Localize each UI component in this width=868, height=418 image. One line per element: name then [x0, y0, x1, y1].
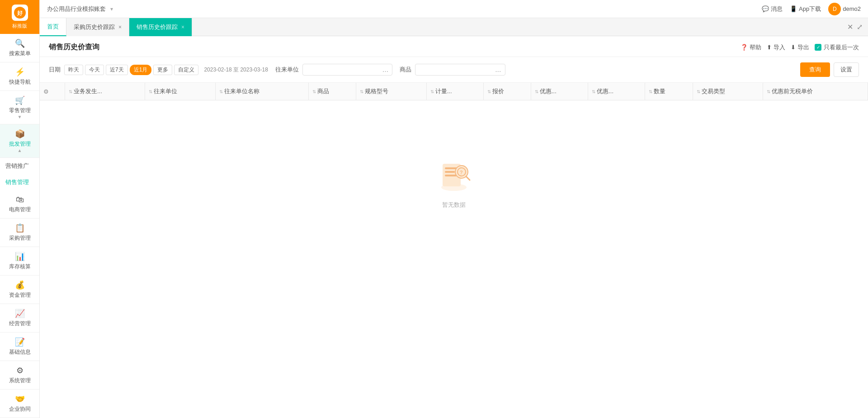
import-btn[interactable]: ⬆ 导入	[767, 43, 785, 52]
sort-icon: ⇅	[649, 89, 652, 94]
sidebar-item-enterprise[interactable]: 🤝 企业协同	[0, 390, 39, 418]
enterprise-icon: 🤝	[15, 394, 25, 404]
data-table: ⚙ ⇅ 业务发生... ⇅ 往来单位	[40, 83, 868, 100]
tabbar: 首页 采购历史价跟踪 × 销售历史价跟踪 × ✕ ⤢	[40, 18, 868, 36]
tab-sales-history[interactable]: 销售历史价跟踪 ×	[129, 18, 192, 36]
sidebar-item-operation[interactable]: 📈 经营管理	[0, 304, 39, 332]
sort-icon: ⇅	[360, 89, 363, 94]
sidebar-item-purchase[interactable]: 📋 采购管理	[0, 218, 39, 247]
sidebar-item-finance[interactable]: 💰 资金管理	[0, 276, 39, 304]
col-quantity-label: 数量	[654, 87, 665, 95]
sidebar-item-label: 资金管理	[9, 291, 31, 299]
sidebar-item-label: 系统管理	[9, 377, 31, 385]
col-partner-code: ⇅ 往来单位	[145, 83, 215, 100]
filter-bar: 日期 昨天 今天 近7天 近1月 更多 自定义 2023-02-18 至 202…	[40, 57, 868, 83]
sidebar-item-label: 销售管理	[5, 178, 29, 186]
col-discount1: ⇅ 优惠...	[531, 83, 588, 100]
empty-text: 暂无数据	[442, 201, 466, 209]
topbar-dropdown-icon[interactable]: ▾	[110, 6, 113, 12]
partner-filter-group: 往来单位 ...	[275, 64, 392, 76]
sort-icon: ⇅	[219, 89, 223, 94]
user-profile[interactable]: D demo2	[828, 3, 861, 15]
col-settings[interactable]: ⚙	[40, 83, 65, 100]
col-discount2-label: 优惠...	[597, 87, 613, 95]
date-last1m-btn[interactable]: 近1月	[130, 65, 152, 75]
sidebar-item-retail[interactable]: 🛒 零售管理 ▼	[0, 91, 39, 124]
tab-purchase-history-close-btn[interactable]: ×	[118, 24, 122, 30]
basic-info-icon: 📝	[15, 337, 25, 347]
col-product: ⇅ 商品	[308, 83, 356, 100]
inventory-icon: 📊	[15, 252, 25, 261]
maximize-window-btn[interactable]: ⤢	[857, 23, 863, 31]
tab-home[interactable]: 首页	[40, 18, 66, 36]
date-more-btn[interactable]: 更多	[153, 65, 172, 75]
app-download-btn[interactable]: 📱 App下载	[790, 5, 821, 13]
product-input[interactable]	[419, 66, 495, 73]
finance-icon: 💰	[15, 280, 25, 290]
import-label: 导入	[774, 43, 785, 52]
ecommerce-icon: 🛍	[16, 195, 24, 204]
svg-text:?: ?	[460, 170, 463, 175]
setting-button[interactable]: 设置	[834, 62, 859, 77]
col-trade-type-label: 交易类型	[702, 87, 725, 95]
col-biz-date-label: 业务发生...	[74, 87, 102, 95]
import-icon: ⬆	[767, 44, 772, 51]
partner-label: 往来单位	[275, 66, 299, 74]
sidebar-item-basic-info[interactable]: 📝 基础信息	[0, 332, 39, 361]
sidebar-item-quick-nav[interactable]: ⚡ 快捷导航	[0, 62, 39, 91]
tab-purchase-history[interactable]: 采购历史价跟踪 ×	[66, 18, 129, 36]
col-price: ⇅ 报价	[483, 83, 531, 100]
query-button[interactable]: 查询	[800, 62, 830, 77]
col-spec-label: 规格型号	[365, 87, 388, 95]
message-btn[interactable]: 💬 消息	[762, 5, 783, 13]
quick-nav-icon: ⚡	[15, 67, 25, 77]
purchase-icon: 📋	[15, 223, 25, 233]
sidebar-item-label: 企业协同	[9, 405, 31, 413]
col-discount2: ⇅ 优惠...	[588, 83, 645, 100]
sidebar-item-marketing[interactable]: 营销推广	[0, 158, 39, 174]
sidebar-item-label: 快捷导航	[9, 78, 31, 86]
sidebar-item-inventory[interactable]: 📊 库存核算	[0, 247, 39, 276]
col-pretax-price: ⇅ 优惠前无税单价	[763, 83, 868, 100]
help-btn[interactable]: ❓ 帮助	[741, 43, 761, 52]
product-input-wrap: ...	[415, 64, 505, 76]
svg-text:好: 好	[17, 10, 23, 16]
date-yesterday-btn[interactable]: 昨天	[64, 65, 83, 75]
date-last7-btn[interactable]: 近7天	[106, 65, 128, 75]
svg-rect-5	[445, 171, 455, 173]
sidebar-item-label: 批发管理	[9, 140, 31, 148]
col-trade-type: ⇅ 交易类型	[693, 83, 763, 100]
only-last-checkbox[interactable]: 只看最后一次	[815, 43, 859, 52]
table-wrap: ⚙ ⇅ 业务发生... ⇅ 往来单位	[40, 83, 868, 263]
tab-actions: ✕ ⤢	[842, 23, 868, 31]
sidebar-item-label: 零售管理	[9, 107, 31, 114]
date-custom-btn[interactable]: 自定义	[174, 65, 198, 75]
sidebar-item-sales-mgmt[interactable]: 销售管理	[0, 174, 39, 190]
col-unit: ⇅ 计量...	[426, 83, 483, 100]
sidebar-item-system[interactable]: ⚙ 系统管理	[0, 361, 39, 390]
date-today-btn[interactable]: 今天	[85, 65, 104, 75]
svg-line-8	[466, 176, 470, 180]
col-partner-code-label: 往来单位	[154, 87, 177, 95]
product-label: 商品	[400, 66, 411, 74]
tab-home-label: 首页	[47, 23, 59, 31]
table-settings-icon[interactable]: ⚙	[43, 88, 49, 95]
product-dots[interactable]: ...	[495, 66, 501, 74]
export-btn[interactable]: ⬇ 导出	[791, 43, 809, 52]
sidebar-item-ecommerce[interactable]: 🛍 电商管理	[0, 190, 39, 218]
partner-dots[interactable]: ...	[382, 66, 388, 74]
export-icon: ⬇	[791, 44, 796, 51]
page-header: 销售历史价查询 ❓ 帮助 ⬆ 导入 ⬇ 导出 只看最后一次	[40, 36, 868, 57]
close-window-btn[interactable]: ✕	[847, 23, 853, 31]
col-quantity: ⇅ 数量	[645, 83, 693, 100]
partner-input[interactable]	[307, 66, 382, 73]
sort-icon: ⇅	[592, 89, 595, 94]
sidebar-item-wholesale[interactable]: 📦 批发管理 ▲	[0, 124, 39, 158]
date-range-text: 2023-02-18 至 2023-03-18	[204, 66, 268, 74]
table-header-row: ⚙ ⇅ 业务发生... ⇅ 往来单位	[40, 83, 868, 100]
tab-sales-history-close-btn[interactable]: ×	[181, 24, 184, 30]
sidebar-item-search-menu[interactable]: 🔍 搜索菜单	[0, 34, 39, 62]
col-product-label: 商品	[317, 87, 329, 95]
col-price-label: 报价	[492, 87, 504, 95]
operation-icon: 📈	[15, 309, 25, 318]
